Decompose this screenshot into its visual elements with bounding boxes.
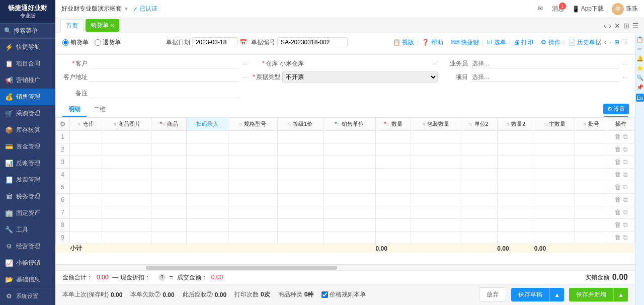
tab-sales-order[interactable]: 销货单 ×	[86, 19, 119, 32]
cell-product-img[interactable]	[102, 206, 151, 219]
row-delete-icon[interactable]: 🗑	[614, 183, 621, 191]
row-copy-icon[interactable]: ⧉	[623, 145, 627, 154]
horizontal-scrollbar[interactable]	[55, 264, 635, 270]
cell-qty2[interactable]	[497, 219, 534, 232]
cell-product[interactable]	[151, 143, 187, 156]
save-new-button[interactable]: 保存并新增	[569, 288, 613, 301]
tab-grid-icon[interactable]: ⊞	[623, 22, 629, 30]
cell-batch[interactable]	[575, 169, 607, 181]
cell-qty[interactable]	[376, 131, 411, 143]
cell-barcode-entry[interactable]	[187, 143, 228, 156]
price-rule-input[interactable]	[321, 291, 328, 298]
side-icon-edit[interactable]: ✏	[637, 46, 642, 52]
cell-product-img[interactable]	[102, 181, 151, 194]
cell-barcode-entry[interactable]	[187, 169, 228, 181]
cell-unit2[interactable]	[460, 143, 498, 156]
cell-spec[interactable]	[228, 156, 277, 169]
sidebar-nav-marketing[interactable]: 📢 营销推广	[0, 72, 55, 89]
cell-unit2[interactable]	[460, 131, 498, 143]
cell-spec[interactable]	[228, 194, 277, 206]
cell-sales-unit[interactable]	[323, 156, 375, 169]
customer-dots[interactable]: ···	[243, 60, 248, 67]
cell-warehouse[interactable]	[70, 131, 102, 143]
cell-price1[interactable]	[278, 181, 324, 194]
price-rule-checkbox[interactable]: 价格规则本单	[321, 290, 366, 299]
toolbar-select[interactable]: ☑ 选单	[487, 38, 506, 47]
cell-qty2[interactable]	[497, 156, 534, 169]
date-input[interactable]	[192, 37, 237, 47]
warehouse-dots[interactable]: ···	[433, 60, 438, 67]
project-dots[interactable]: ···	[623, 73, 628, 81]
cell-product-img[interactable]	[102, 232, 151, 244]
cell-qty2[interactable]	[497, 206, 534, 219]
tab-list-icon[interactable]: ☰	[632, 22, 639, 30]
cell-main-qty[interactable]	[534, 156, 575, 169]
radio-return-input[interactable]	[95, 39, 101, 46]
sidebar-nav-reports[interactable]: 📈 小畅报销	[0, 255, 55, 271]
side-icon-star[interactable]: ⭐	[636, 65, 643, 71]
cell-product[interactable]	[151, 156, 187, 169]
cell-pkg-qty[interactable]	[411, 181, 460, 194]
toolbar-view[interactable]: 📋 视版	[393, 38, 414, 47]
cell-price1[interactable]	[278, 143, 324, 156]
row-copy-icon[interactable]: ⧉	[623, 183, 627, 191]
cell-price1[interactable]	[278, 206, 324, 219]
sidebar-search-item[interactable]: 🔍 搜索菜单	[0, 24, 55, 39]
cell-pkg-qty[interactable]	[411, 206, 460, 219]
cell-spec[interactable]	[228, 169, 277, 181]
cell-warehouse[interactable]	[70, 169, 102, 181]
cell-barcode-entry[interactable]	[187, 181, 228, 194]
cell-qty[interactable]	[376, 156, 411, 169]
cell-barcode-entry[interactable]	[187, 131, 228, 143]
sidebar-nav-purchase[interactable]: 🛒 采购管理	[0, 105, 55, 122]
setup-button[interactable]: ⚙ 设置	[603, 104, 629, 114]
cell-product-img[interactable]	[102, 169, 151, 181]
toolbar-next[interactable]: ›	[609, 39, 611, 46]
sidebar-nav-inventory[interactable]: 📦 库存核算	[0, 122, 55, 138]
tab-home[interactable]: 首页	[60, 19, 84, 33]
cell-qty[interactable]	[376, 232, 411, 244]
radio-sales-order[interactable]: 销货单	[62, 38, 89, 47]
radio-return-order[interactable]: 退货单	[95, 38, 121, 47]
cell-product[interactable]	[151, 206, 187, 219]
toolbar-shortcut[interactable]: ⌨ 快捷键	[451, 38, 479, 47]
row-delete-icon[interactable]: 🗑	[614, 196, 621, 204]
sidebar-nav-basic[interactable]: 📂 基础信息	[0, 271, 55, 288]
radio-sales-input[interactable]	[62, 39, 69, 46]
cell-warehouse[interactable]	[70, 219, 102, 232]
row-delete-icon[interactable]: 🗑	[614, 145, 621, 154]
cell-sales-unit[interactable]	[323, 219, 375, 232]
side-icon-active[interactable]: Ea	[636, 94, 644, 102]
cell-sales-unit[interactable]	[323, 232, 375, 244]
cell-sales-unit[interactable]	[323, 143, 375, 156]
row-delete-icon[interactable]: 🗑	[614, 158, 621, 166]
save-new-dropdown[interactable]: ▲	[613, 288, 628, 301]
cell-product[interactable]	[151, 169, 187, 181]
cell-batch[interactable]	[575, 143, 607, 156]
cell-batch[interactable]	[575, 181, 607, 194]
cell-sales-unit[interactable]	[323, 181, 375, 194]
cell-price1[interactable]	[278, 232, 324, 244]
cell-main-qty[interactable]	[534, 219, 575, 232]
side-icon-bell[interactable]: 🔔	[636, 55, 643, 62]
cell-warehouse[interactable]	[70, 143, 102, 156]
cell-unit2[interactable]	[460, 206, 498, 219]
toolbar-ops[interactable]: ⚙ 操作	[541, 38, 560, 47]
app-download-button[interactable]: 📱 App下载	[572, 5, 604, 13]
cell-batch[interactable]	[575, 156, 607, 169]
sidebar-nav-project[interactable]: 📋 项目合同	[0, 55, 55, 72]
cell-spec[interactable]	[228, 143, 277, 156]
cell-batch[interactable]	[575, 232, 607, 244]
cell-barcode-entry[interactable]	[187, 232, 228, 244]
salesperson-dots[interactable]: ···	[623, 60, 628, 67]
cell-spec[interactable]	[228, 181, 277, 194]
cell-qty2[interactable]	[497, 131, 534, 143]
cell-product[interactable]	[151, 131, 187, 143]
toolbar-grid2[interactable]: ☰	[622, 39, 628, 46]
row-copy-icon[interactable]: ⧉	[623, 196, 627, 204]
cell-batch[interactable]	[575, 219, 607, 232]
row-delete-icon[interactable]: 🗑	[614, 208, 621, 216]
company-dropdown-icon[interactable]: ▼	[124, 6, 129, 12]
cell-main-qty[interactable]	[534, 131, 575, 143]
cell-product-img[interactable]	[102, 194, 151, 206]
